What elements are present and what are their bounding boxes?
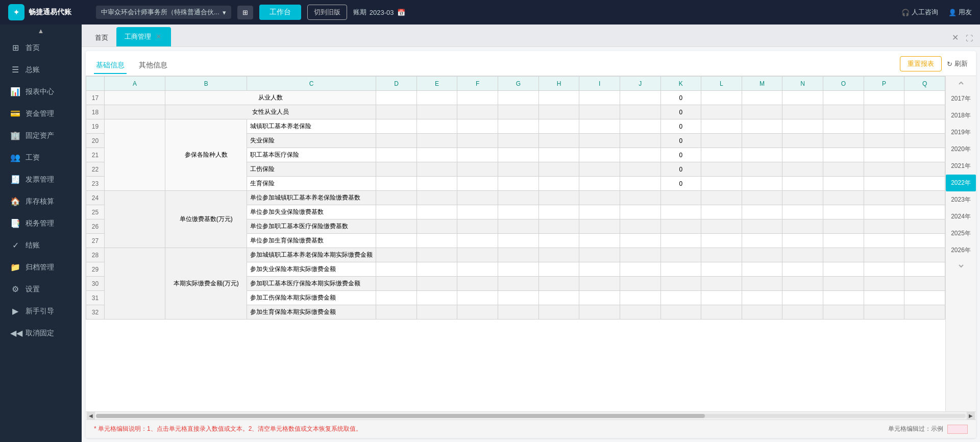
cell-18-g[interactable] [498,105,539,119]
cell-18-i[interactable] [579,105,620,119]
sidebar-item-invoice[interactable]: 🧾 发票管理 [0,168,82,190]
cell-26-c[interactable]: 单位参加职工基本医疗保险缴费基数 [247,219,376,234]
cell-19-d[interactable] [376,119,417,134]
cell-23-k[interactable]: 0 [660,177,701,191]
sub-tab-other[interactable]: 其他信息 [137,58,169,74]
sidebar-item-newhand[interactable]: ▶ 新手引导 [0,300,82,322]
cell-19-k[interactable]: 0 [660,119,701,134]
sidebar-item-closing[interactable]: ✓ 结账 [0,234,82,256]
cell-17-e[interactable] [416,91,457,105]
sidebar-item-funds[interactable]: 💳 资金管理 [0,103,82,125]
cell-19-h[interactable] [538,119,579,134]
year-item-2017[interactable]: 2017年 [946,90,976,107]
cell-20-k[interactable]: 0 [660,134,701,148]
cell-18-n[interactable] [782,105,823,119]
tab-home[interactable]: 首页 [87,29,116,46]
cell-22-k[interactable]: 0 [660,162,701,177]
reset-report-button[interactable]: 重置报表 [900,56,942,71]
cell-18-j[interactable] [620,105,660,119]
sidebar-item-home[interactable]: ⊞ 首页 [0,37,82,59]
year-scroll-down[interactable] [946,259,976,273]
cell-17-a[interactable] [104,91,165,105]
tab-close-button[interactable]: × [154,31,163,42]
consult-button[interactable]: 🎧 人工咨询 [901,8,938,17]
cell-19-22-b[interactable]: 参保各险种人数 [165,119,247,191]
cell-19-g[interactable] [498,119,539,134]
h-scroll-left[interactable]: ◀ [87,412,95,420]
cell-19-n[interactable] [782,119,823,134]
year-item-2025[interactable]: 2025年 [946,225,976,242]
spreadsheet-container[interactable]: A B C D E F G H I J K L M [86,76,945,411]
year-item-2022[interactable]: 2022年 [946,175,976,191]
year-item-2023[interactable]: 2023年 [946,191,976,208]
sidebar-item-wages[interactable]: 👥 工资 [0,146,82,168]
cell-17-i[interactable] [579,91,620,105]
cell-17-m[interactable] [742,91,782,105]
cell-17-g[interactable] [498,91,539,105]
cell-19-i[interactable] [579,119,620,134]
cell-17-b[interactable]: 从业人数 [165,91,376,105]
cell-25-c[interactable]: 单位参加失业保险缴费基数 [247,205,376,219]
cell-29-c[interactable]: 参加失业保险本期实际缴费金额 [247,262,376,277]
year-scroll-up[interactable] [946,76,976,90]
sidebar-item-assets[interactable]: 🏢 固定资产 [0,125,82,146]
close-window-button[interactable]: ✕ [950,32,961,43]
cell-19-p[interactable] [864,119,904,134]
year-item-2020[interactable]: 2020年 [946,141,976,158]
cell-28-b[interactable]: 本期实际缴费金额(万元) [165,248,247,320]
cell-17-j[interactable] [620,91,660,105]
cell-31-c[interactable]: 参加工伤保险本期实际缴费金额 [247,291,376,305]
h-scroll-thumb[interactable] [96,414,705,418]
cell-19-l[interactable] [701,119,742,134]
cell-18-p[interactable] [864,105,904,119]
cell-18-e[interactable] [416,105,457,119]
maximize-button[interactable]: ⛶ [964,33,975,43]
cell-18-o[interactable] [823,105,864,119]
cell-18-a[interactable] [104,105,165,119]
sidebar-item-unpin[interactable]: ◀◀ 取消固定 [0,322,82,344]
tab-business[interactable]: 工商管理 × [116,27,171,46]
cell-18-h[interactable] [538,105,579,119]
cell-21-k[interactable]: 0 [660,148,701,162]
cell-32-c[interactable]: 参加生育保险本期实际缴费金额 [247,305,376,320]
cell-19-f[interactable] [457,119,498,134]
cell-19-e[interactable] [416,119,457,134]
cell-19-c[interactable]: 城镇职工基本养老保险 [247,119,376,134]
refresh-button[interactable]: ↻ 刷新 [947,59,968,68]
cell-17-d[interactable] [376,91,417,105]
old-version-button[interactable]: 切到旧版 [307,5,347,20]
cell-18-q[interactable] [904,105,945,119]
cell-17-o[interactable] [823,91,864,105]
cell-19-22-a[interactable] [104,119,165,191]
sub-tab-basic[interactable]: 基础信息 [94,58,127,74]
copy-button[interactable]: ⊞ [237,6,253,19]
sidebar-item-ledger[interactable]: ☰ 总账 [0,59,82,81]
cell-20-c[interactable]: 失业保险 [247,134,376,148]
year-item-2026[interactable]: 2026年 [946,242,976,259]
cell-18-k[interactable]: 0 [660,105,701,119]
cell-22-c[interactable]: 工伤保险 [247,162,376,177]
year-item-2018[interactable]: 2018年 [946,107,976,124]
workbench-button[interactable]: 工作台 [259,5,301,20]
cell-19-o[interactable] [823,119,864,134]
cell-18-l[interactable] [701,105,742,119]
cell-17-h[interactable] [538,91,579,105]
cell-28-c[interactable]: 参加城镇职工基本养老保险本期实际缴费金额 [247,248,376,262]
cell-19-q[interactable] [904,119,945,134]
sidebar-item-reports[interactable]: 📊 报表中心 [0,81,82,103]
cell-17-k[interactable]: 0 [660,91,701,105]
company-selector[interactable]: 中审众环会计师事务所（特殊普通合伙... ▾ [96,6,231,19]
calendar-icon[interactable]: 📅 [397,9,405,16]
h-scroll-track[interactable] [96,414,966,418]
cell-17-f[interactable] [457,91,498,105]
h-scroll-right[interactable]: ▶ [967,412,975,420]
year-item-2021[interactable]: 2021年 [946,158,976,175]
cell-24-c[interactable]: 单位参加城镇职工基本养老保险缴费基数 [247,191,376,205]
cell-17-l[interactable] [701,91,742,105]
sidebar-item-tax[interactable]: 📑 税务管理 [0,212,82,234]
h-scroll-bar[interactable]: ◀ ▶ [86,411,976,420]
sidebar-item-inventory[interactable]: 🏠 库存核算 [0,190,82,212]
user-menu[interactable]: 👤 用友 [948,8,972,17]
cell-17-p[interactable] [864,91,904,105]
cell-17-q[interactable] [904,91,945,105]
